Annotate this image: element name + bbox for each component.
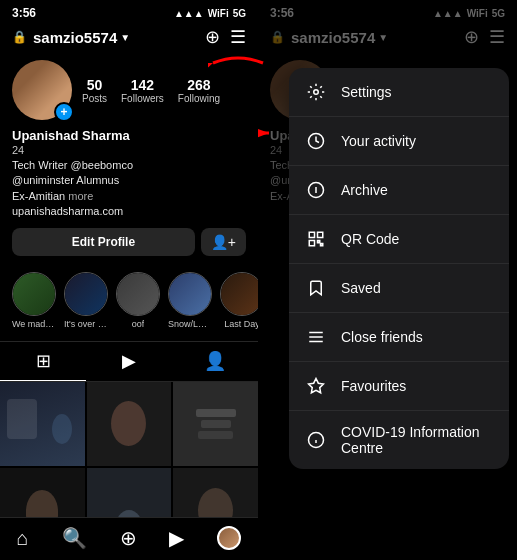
menu-item-your-activity[interactable]: Your activity [289,117,509,166]
profile-age: 24 [12,144,246,156]
add-post-icon[interactable]: ⊕ [205,26,220,48]
stat-followers[interactable]: 142 Followers [121,77,164,104]
svg-rect-3 [309,232,314,237]
highlight-2[interactable]: It's over now. [64,272,108,329]
status-bar-left: 3:56 ▲▲▲ WiFi 5G [0,0,258,24]
tab-tagged[interactable]: 👤 [172,342,258,381]
nav-reels-icon[interactable]: ▶ [169,526,184,550]
nav-profile-avatar[interactable] [217,526,241,550]
highlight-label-4: Snow/Lond... [168,319,212,329]
highlight-5[interactable]: Last Day [220,272,258,329]
highlight-3[interactable]: oof [116,272,160,329]
username-text: samzio5574 [33,29,117,46]
qr-code-label: QR Code [341,231,399,247]
top-bar-left: 🔒 samzio5574 ▼ ⊕ ☰ [0,24,258,54]
username-area[interactable]: samzio5574 ▼ [33,29,199,46]
lock-icon-right: 🔒 [270,30,285,44]
nav-home-icon[interactable]: ⌂ [16,527,28,550]
highlight-4[interactable]: Snow/Lond... [168,272,212,329]
menu-item-qr-code[interactable]: QR Code [289,215,509,264]
close-friends-label: Close friends [341,329,423,345]
svg-rect-7 [321,244,323,246]
status-bar-right: 3:56 ▲▲▲ WiFi 5G [258,0,517,24]
bio-line3: Ex-Amitian [12,190,65,202]
following-label: Following [178,93,220,104]
posts-count: 50 [87,77,103,93]
bio-line1: Tech Writer @beebomco [12,159,133,171]
clock-icon [305,130,327,152]
right-panel: 3:56 ▲▲▲ WiFi 5G 🔒 samzio5574 ▼ ⊕ ☰ [258,0,517,560]
stat-following[interactable]: 268 Following [178,77,220,104]
hamburger-icon-right: ☰ [489,26,505,48]
signal-icon: ▲▲▲ [174,8,204,19]
bio-website[interactable]: upanishadsharma.com [12,205,123,217]
menu-item-settings[interactable]: Settings [289,68,509,117]
your-activity-label: Your activity [341,133,416,149]
username-text-right: samzio5574 [291,29,375,46]
followers-count: 142 [131,77,154,93]
stats-row: 50 Posts 142 Followers 268 Following [82,77,246,104]
grid-item-2[interactable] [87,382,172,467]
svg-marker-11 [309,379,324,393]
bookmark-icon [305,277,327,299]
edit-row: Edit Profile 👤+ [12,228,246,256]
covid-label: COVID-19 Information Centre [341,424,493,456]
info-icon [305,429,327,451]
top-actions: ⊕ ☰ [205,26,246,48]
svg-point-0 [314,90,319,95]
wifi-icon-right: WiFi [467,8,488,19]
battery-icon: 5G [233,8,246,19]
favourites-label: Favourites [341,378,406,394]
profile-name: Upanishad Sharma [12,128,246,143]
menu-item-covid[interactable]: COVID-19 Information Centre [289,411,509,469]
signal-icon-right: ▲▲▲ [433,8,463,19]
status-icons-left: ▲▲▲ WiFi 5G [174,8,246,19]
dropdown-menu: Settings Your activity Archive [289,68,509,469]
menu-item-favourites[interactable]: Favourites [289,362,509,411]
battery-icon-right: 5G [492,8,505,19]
highlight-1[interactable]: We made it... [12,272,56,329]
settings-arrow [258,118,279,152]
posts-label: Posts [82,93,107,104]
archive-label: Archive [341,182,388,198]
svg-rect-6 [318,241,320,243]
menu-item-close-friends[interactable]: Close friends [289,313,509,362]
nav-search-icon[interactable]: 🔍 [62,526,87,550]
wifi-icon: WiFi [208,8,229,19]
highlight-label-2: It's over now. [64,319,108,329]
star-icon [305,375,327,397]
highlight-label-1: We made it... [12,319,56,329]
grid-item-1[interactable] [0,382,85,467]
archive-icon [305,179,327,201]
tab-reels[interactable]: ▶ [86,342,172,381]
svg-rect-4 [318,232,323,237]
nav-add-icon[interactable]: ⊕ [120,526,137,550]
settings-label: Settings [341,84,392,100]
highlight-label-5: Last Day [224,319,258,329]
saved-label: Saved [341,280,381,296]
avatar-wrap: + [12,60,72,120]
menu-item-saved[interactable]: Saved [289,264,509,313]
hamburger-icon[interactable]: ☰ [230,26,246,48]
edit-profile-button[interactable]: Edit Profile [12,228,195,256]
status-icons-right: ▲▲▲ WiFi 5G [433,8,505,19]
bio-more[interactable]: more [68,190,93,202]
bottom-nav: ⌂ 🔍 ⊕ ▶ [0,517,258,560]
chevron-down-icon: ▼ [120,32,130,43]
menu-item-archive[interactable]: Archive [289,166,509,215]
lock-icon: 🔒 [12,30,27,44]
add-post-icon-right: ⊕ [464,26,479,48]
top-bar-right: 🔒 samzio5574 ▼ ⊕ ☰ [258,24,517,54]
svg-rect-5 [309,241,314,246]
content-tabs: ⊞ ▶ 👤 [0,341,258,382]
stat-posts[interactable]: 50 Posts [82,77,107,104]
bio-line2: @uniminster Alumnus [12,174,119,186]
person-add-button[interactable]: 👤+ [201,228,246,256]
profile-row: + 50 Posts 142 Followers 268 Following [12,60,246,120]
add-to-story-button[interactable]: + [54,102,74,122]
grid-item-3[interactable] [173,382,258,467]
followers-label: Followers [121,93,164,104]
tab-grid[interactable]: ⊞ [0,342,86,381]
qr-code-icon [305,228,327,250]
left-panel: 3:56 ▲▲▲ WiFi 5G 🔒 samzio5574 ▼ ⊕ ☰ + [0,0,258,560]
